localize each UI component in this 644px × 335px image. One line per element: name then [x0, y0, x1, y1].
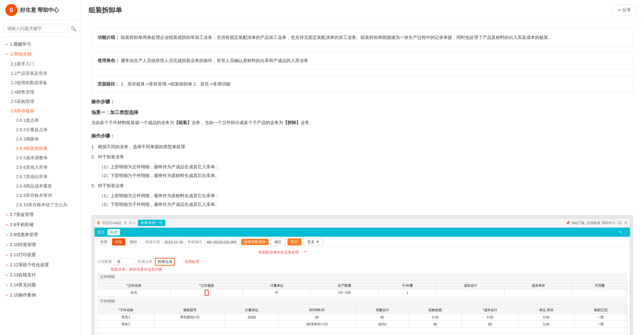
- sidebar-subitem-assembly[interactable]: 2.6.4组装拆卸单: [0, 144, 80, 153]
- sidebar-item-coupon[interactable]: + 2.9优惠券管理: [0, 230, 80, 240]
- app-logo-small: 6: [97, 220, 100, 225]
- sidebar-subitem-transfer[interactable]: 2.6.3调拨单: [0, 134, 80, 144]
- sidebar-subitem-inventory[interactable]: 2.6库存核算: [0, 106, 80, 116]
- plus-icon-2: +: [5, 212, 8, 217]
- date-value[interactable]: 2019-12-20: [162, 239, 185, 245]
- id-value[interactable]: AD-20191226-001: [204, 239, 239, 245]
- sidebar-subitem-inv-ledger-err[interactable]: 2.6.10库存账本错了怎么办: [0, 200, 80, 210]
- sidebar-subitem-stocktake[interactable]: 2.6.1盘点单: [0, 116, 80, 125]
- col-inv-unit: 单位 库存: [519, 307, 574, 314]
- sidebar-subitem-beginner[interactable]: 2.1新手入门: [0, 59, 80, 69]
- sidebar-item-personalize[interactable]: + 2.12系统个性化设置: [0, 260, 80, 270]
- app-toolbar: 全部 组装 拆卸 | 单据日期 2019-12-20 单据编号 AD-20191…: [95, 237, 630, 247]
- child-unit-1: 30/50: [225, 314, 278, 321]
- parent-section-header: 父件明细: [97, 273, 627, 281]
- fullscreen-icon[interactable]: ⛶: [624, 230, 627, 234]
- search-box: 🔍: [0, 20, 80, 37]
- child-purchase-2: 80: [409, 321, 462, 328]
- sidebar-subitem-other-outbound[interactable]: 2.6.7其他出库单: [0, 172, 80, 181]
- col-sub-qty: 子/件量: [378, 282, 437, 289]
- sidebar-item-print[interactable]: + 2.11打印设置: [0, 250, 80, 260]
- col-parent-name: *父件名称: [98, 282, 170, 289]
- sidebar-subitem-split-stocktake[interactable]: 2.6.2分量盘点单: [0, 125, 80, 134]
- save-btn[interactable]: 保存: [287, 238, 302, 245]
- topbar: 组装拆卸单 ↗ 分享: [80, 0, 644, 20]
- dropdown-arrow: ▾: [124, 221, 126, 225]
- path-label: 页面路径：: [98, 81, 119, 87]
- logo-icon: 6: [5, 4, 17, 16]
- app-id: TEST-H002: [102, 221, 121, 225]
- parent-table: *父件名称 *父件规格 计量单位 生产数量 子/件量 成本合计 成本单价 可用量: [97, 282, 627, 296]
- new-doc-btn[interactable]: 新建单据一次: [138, 220, 165, 226]
- intro-label: 功能介绍：: [98, 35, 119, 40]
- child-spec-1: 紫色颜色(+2): [154, 314, 225, 321]
- sidebar-item-finance[interactable]: + 2.7资金管理: [0, 210, 80, 220]
- module-more: ...: [123, 230, 126, 234]
- scene-title: 场景一：加工类型选择: [91, 110, 633, 116]
- col-avail: 可用量: [572, 282, 627, 289]
- sidebar-item-faq[interactable]: + 2.14常见问题: [0, 280, 80, 290]
- sidebar-item-video[interactable]: + 1.视频学习: [0, 39, 80, 49]
- sidebar-item-payment[interactable]: + 2.13在线支付: [0, 270, 80, 280]
- module-home[interactable]: 首页: [97, 230, 105, 235]
- sidebar-header: 6 好生意 帮助中心: [0, 0, 80, 20]
- sidebar-subitem-purchase[interactable]: 2.5采购管理: [0, 97, 80, 106]
- module-new[interactable]: 新建: [107, 229, 120, 235]
- sidebar-subitem-other-inbound[interactable]: 2.6.6其他入库单: [0, 163, 80, 172]
- plus-icon-6: +: [5, 253, 8, 258]
- col-usage-total: 用量合计: [356, 307, 409, 314]
- app-titlebar: 6 TEST-H002 ▾ ⊙ ≡ 新建单据一次 📌 App下载 在线检测 帮助…: [95, 218, 630, 228]
- warehouse-value[interactable]: 拆继仓库: [155, 258, 175, 266]
- annotation-text-1: 有装配清单的在这里处理: [258, 250, 299, 254]
- sub-count-value[interactable]: 件: [115, 258, 135, 265]
- role-text: 通常由生产人员或库管人员完成拆装业务的操作，库管人员确认原材料的出库和产成品的入…: [121, 58, 308, 63]
- sidebar-subitem-data-prep[interactable]: 2.3使用前数据准备: [0, 78, 80, 88]
- annotation-arrow-1: ←: [303, 248, 309, 255]
- search-input[interactable]: [4, 24, 68, 33]
- sidebar-item-mobile[interactable]: + 2.8手机旺铺: [0, 220, 80, 230]
- screenshot: 6 TEST-H002 ▾ ⊙ ≡ 新建单据一次 📌 App下载 在线检测 帮助…: [92, 215, 633, 335]
- sidebar-subitem-cost-adjust[interactable]: 2.6.5成本调整单: [0, 153, 80, 163]
- sidebar-subitem-inv-ledger[interactable]: 2.6.9库存账本查询: [0, 191, 80, 200]
- plus-icon-5: +: [5, 242, 8, 247]
- col-child-spec: 规格型号: [154, 307, 225, 314]
- annotation-row-1: 有装配清单的在这里处理 ←: [95, 247, 630, 256]
- plus-icon-8: +: [5, 273, 8, 278]
- id-label: 单据编号: [187, 239, 202, 244]
- close-btn[interactable]: ✕: [624, 221, 627, 225]
- child-name-1: 黑色1: [98, 314, 154, 321]
- confirm-btn[interactable]: 确定: [271, 238, 285, 246]
- plus-icon-10: +: [5, 293, 8, 298]
- app-window: 6 TEST-H002 ▾ ⊙ ≡ 新建单据一次 📌 App下载 在线检测 帮助…: [94, 218, 630, 335]
- type-btn-disassembly[interactable]: 拆卸: [127, 238, 140, 245]
- more-btn[interactable]: 更多 ▼: [304, 238, 323, 246]
- sidebar-item-cases[interactable]: + 2.15操作案例: [0, 290, 80, 300]
- sidebar-item-help-docs[interactable]: − 2.帮助文档: [0, 49, 80, 59]
- child-cost-2: 80: [462, 321, 518, 328]
- sidebar-subitem-sales[interactable]: 2.4销售管理: [0, 88, 80, 97]
- col-initial: 期初已完: [574, 307, 627, 314]
- search-icon[interactable]: 🔍: [70, 26, 76, 31]
- col-cost-total: 成本合计: [437, 282, 504, 289]
- child-section-label: 子件明细: [100, 299, 115, 304]
- ops-steps-title: 操作步骤：: [91, 133, 633, 139]
- type-btn-all[interactable]: 全部: [97, 238, 111, 245]
- refresh-icon[interactable]: ↻: [619, 230, 622, 234]
- app-icon5: CC: [618, 221, 622, 225]
- sidebar-subitem-cost-recalc[interactable]: 2.6.8商品成本重算: [0, 181, 80, 191]
- module-header: 首页 新建 ... ↻ ⛶: [95, 228, 630, 237]
- child-usage-1: 80: [356, 314, 409, 321]
- share-button[interactable]: ↗ 分享: [612, 5, 636, 15]
- share-icon: ↗: [617, 8, 621, 13]
- sidebar-item-ops[interactable]: + 2.10经营管理: [0, 240, 80, 250]
- sidebar: 6 好生意 帮助中心 🔍 + 1.视频学习 − 2.帮助文档 2.1新手入门 2…: [0, 0, 80, 335]
- select-bom-btn[interactable]: 选择装配清单: [241, 239, 269, 245]
- app-form: 子件数量 件 所属仓库 拆继仓库 启用处理 组装业务、拆卸业务在这里切换 父件明…: [95, 256, 630, 335]
- app-icon1: 📌: [566, 221, 570, 225]
- toolbar-sep1: |: [142, 240, 143, 244]
- role-block: 使用角色：通常由生产人员或库管人员完成拆装业务的操作，库管人员确认原材料的出库和…: [91, 52, 633, 69]
- type-btn-assembly[interactable]: 组装: [112, 238, 125, 245]
- sidebar-subitem-install[interactable]: 2.2产品安装及登录: [0, 69, 80, 78]
- assembly-sub-2: （2）下部明细为子件明细，最终作为原材料生成其它出库单。: [91, 171, 633, 180]
- intro-block: 功能介绍：组装拆卸单用来处理企业组装或拆卸等加工业务，支持有固定装配清单的产品加…: [91, 29, 633, 46]
